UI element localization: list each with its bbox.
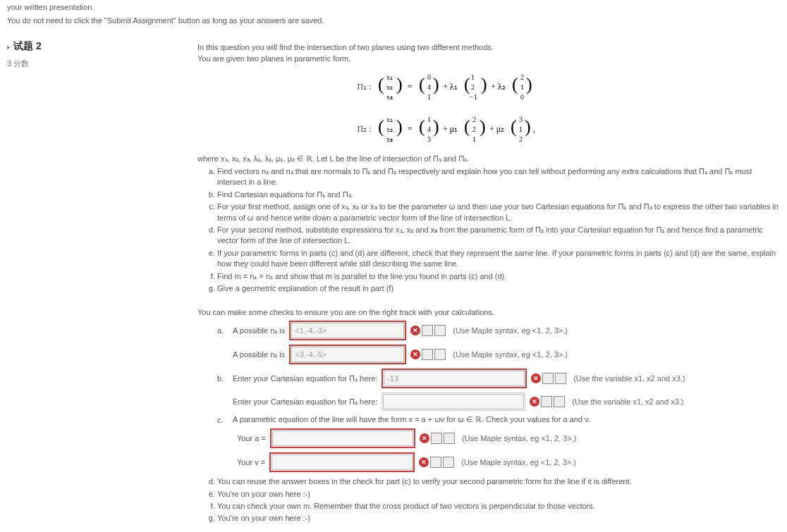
svg-text:0: 0: [520, 93, 524, 101]
check-a2-hint: (Use Maple syntax, eg <1, 2, 3>.): [453, 350, 568, 359]
part-a: Find vectors n₁ and n₂ that are normals …: [217, 166, 780, 188]
equation-editor-icon[interactable]: [431, 433, 442, 444]
svg-text:x₃: x₃: [386, 135, 393, 143]
svg-text:): ): [396, 74, 403, 94]
svg-text:(: (: [378, 116, 384, 137]
svg-text:): ): [481, 74, 487, 94]
check-b2-hint: (Use the variable x1, x2 and x3.): [572, 397, 683, 406]
preview-icon[interactable]: [554, 396, 565, 407]
check-c-a-label: Your a =: [237, 434, 266, 443]
equation-editor-icon[interactable]: [541, 396, 552, 407]
header-line2: You do not need to click the "Submit Ass…: [7, 15, 780, 27]
error-icon: ✕: [410, 326, 420, 335]
a-input[interactable]: [272, 431, 413, 446]
svg-text:1: 1: [427, 116, 431, 123]
intro-1: In this question you will find the inter…: [197, 43, 780, 51]
check-c-text: A parametric equation of the line will h…: [233, 415, 590, 424]
check-a-label: a.: [217, 326, 228, 335]
svg-text:=: =: [408, 124, 413, 134]
svg-text:+ μ₁: + μ₁: [443, 124, 458, 134]
svg-text:x₃: x₃: [386, 93, 393, 101]
preview-icon[interactable]: [555, 373, 566, 384]
svg-text:2: 2: [519, 135, 523, 143]
svg-text:1: 1: [472, 135, 476, 143]
note-g: You're on your own here :-): [217, 513, 780, 524]
n1-input[interactable]: [291, 323, 404, 338]
error-icon: ✕: [531, 373, 541, 383]
formula-plane-1: Π₁ : ( x₁ x₂ x₃ ) = ( 0 4 1 ) + λ₁ ( 1: [197, 70, 780, 105]
svg-text:3: 3: [427, 135, 431, 143]
part-g: Give a geometric explanation of the resu…: [217, 283, 780, 294]
check-b1-text: Enter your Cartesian equation for Π₁ her…: [233, 374, 377, 383]
where-line: where x₁, x₂, x₃, λ₁, λ₂, μ₁, μ₂ ∈ ℝ. Le…: [197, 154, 780, 163]
check-b1-hint: (Use the variable x1, x2 and x3.): [573, 374, 685, 383]
question-title: 试题 2: [13, 40, 42, 53]
check-c-v-label: Your v =: [237, 458, 265, 466]
note-e: You're on your own here :-): [217, 489, 780, 500]
svg-text:3: 3: [519, 116, 523, 123]
error-icon: ✕: [410, 349, 420, 359]
pi1-input[interactable]: [384, 371, 525, 386]
pi1-input-wrap: [382, 369, 527, 388]
equation-editor-icon[interactable]: [422, 325, 433, 336]
preview-icon[interactable]: [443, 457, 454, 468]
n2-input[interactable]: [291, 347, 404, 362]
svg-text:2: 2: [472, 116, 476, 123]
svg-text:1: 1: [519, 125, 523, 133]
svg-text:1: 1: [520, 83, 524, 91]
question-points: 3 分数: [7, 58, 183, 69]
question-sidebar: ▸ 试题 2 3 分数: [7, 40, 197, 527]
check-c-a-hint: (Use Maple syntax, eg <1, 2, 3>.): [462, 434, 577, 443]
svg-text:+ μ₂: + μ₂: [489, 124, 504, 134]
svg-text:1: 1: [471, 73, 475, 81]
svg-text:0: 0: [427, 73, 431, 81]
check-b-label: b.: [217, 374, 228, 383]
preview-icon[interactable]: [434, 349, 446, 360]
check-a1-hint: (Use Maple syntax, eg <1, 2, 3>.): [453, 326, 568, 335]
note-d: You can reuse the answer boxes in the ch…: [217, 476, 780, 487]
n1-input-wrap: [289, 321, 406, 340]
svg-text:): ): [526, 74, 532, 94]
pi2-input[interactable]: [383, 394, 524, 409]
part-b: Find Cartesian equations for Π₁ and Π₂.: [217, 190, 780, 200]
equation-editor-icon[interactable]: [430, 457, 441, 468]
parts-list: Find vectors n₁ and n₂ that are normals …: [197, 166, 780, 294]
formula-plane-2: Π₂ : ( x₁ x₂ x₃ ) = ( 1 4 3 ) + μ₁ ( 2 2: [197, 112, 780, 147]
svg-text:(: (: [511, 116, 517, 137]
preview-icon[interactable]: [434, 325, 446, 336]
check-a1-text: A possible n₁ is: [233, 326, 285, 335]
svg-text:,: ,: [533, 124, 535, 134]
header-line1: your written presentation.: [7, 1, 780, 13]
svg-text:(: (: [512, 74, 518, 94]
pi2-input-wrap: [382, 392, 525, 411]
svg-text:1: 1: [427, 93, 431, 101]
svg-text:4: 4: [427, 83, 431, 91]
svg-text:(: (: [464, 116, 470, 137]
preview-icon[interactable]: [444, 433, 455, 444]
part-e: If your parametric forms in parts (c) an…: [217, 248, 780, 270]
svg-text:−1: −1: [470, 93, 477, 101]
svg-text:(: (: [419, 74, 425, 94]
check-b2-text: Enter your Cartesian equation for Π₂ her…: [233, 397, 377, 407]
svg-text:2: 2: [520, 73, 524, 81]
svg-text:2: 2: [472, 125, 476, 133]
svg-text:+ λ₁: + λ₁: [443, 82, 458, 92]
svg-text:(: (: [419, 116, 425, 137]
equation-editor-icon[interactable]: [542, 373, 554, 384]
svg-text:4: 4: [427, 125, 431, 133]
svg-text:+ λ₂: + λ₂: [491, 82, 506, 92]
intro-2: You are given two planes in parametric f…: [197, 54, 780, 63]
equation-editor-icon[interactable]: [422, 349, 433, 360]
check-c-v-hint: (Use Maple syntax, eg <1, 2, 3>.): [461, 458, 576, 466]
svg-text:x₂: x₂: [386, 83, 393, 91]
check-c-label: c.: [217, 416, 228, 424]
svg-text:): ): [525, 116, 531, 137]
svg-text:(: (: [464, 74, 470, 94]
v-input-wrap: [269, 452, 415, 472]
svg-text:x₁: x₁: [386, 73, 393, 81]
v-input[interactable]: [272, 454, 413, 470]
error-icon: ✕: [419, 457, 429, 467]
caret-icon[interactable]: ▸: [7, 43, 11, 51]
error-icon: ✕: [420, 433, 429, 443]
error-icon: ✕: [530, 397, 539, 407]
